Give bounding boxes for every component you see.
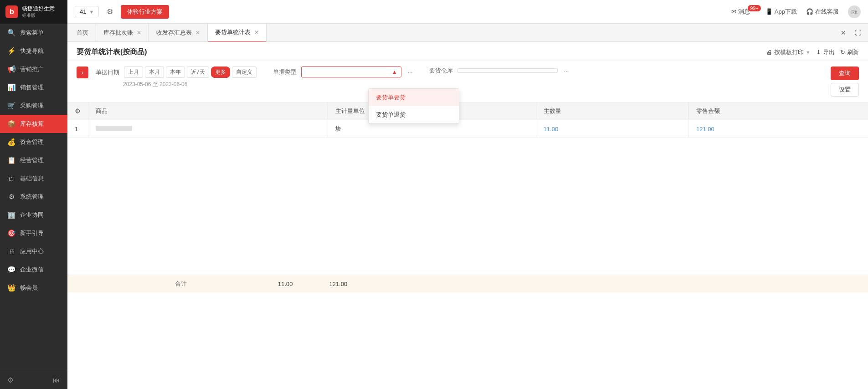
filter-date-row: 单据日期 上月 本月 本年 近7天 更多 自定义: [96, 67, 257, 78]
more-filter-btn[interactable]: ···: [408, 69, 413, 76]
type-select[interactable]: ▲: [301, 67, 401, 77]
sidebar-item-label: 销售管理: [20, 83, 44, 92]
sidebar-item-system[interactable]: ⚙ 系统管理: [0, 188, 67, 206]
tab-home-label: 首页: [77, 29, 88, 37]
user-avatar-btn[interactable]: Rit: [848, 5, 861, 18]
tab-order-stats-close[interactable]: ✕: [254, 29, 259, 36]
filter-action-btns: 查询 设置: [831, 67, 859, 97]
sidebar-item-shortcut[interactable]: ⚡ 快捷导航: [0, 42, 67, 60]
store-selector[interactable]: 41 ▼: [75, 6, 99, 17]
warehouse-more-btn[interactable]: ···: [564, 67, 569, 74]
sidebar-item-member[interactable]: 👑 畅会员: [0, 279, 67, 297]
settings-icon[interactable]: ⚙: [7, 376, 14, 384]
tab-summary[interactable]: 收发存汇总表 ✕: [149, 24, 208, 42]
row-amount: 121.00: [688, 120, 868, 138]
last-7-days-btn[interactable]: 近7天: [187, 67, 209, 78]
sidebar-item-label: 快捷导航: [20, 47, 44, 55]
online-service-btn[interactable]: 🎧 在线客服: [806, 8, 839, 16]
sidebar-item-label: 搜索菜单: [20, 29, 44, 37]
warehouse-select[interactable]: [457, 68, 558, 73]
tab-batch-close[interactable]: ✕: [137, 30, 141, 36]
date-range-row: 2023-05-06 至 2023-06-06: [96, 81, 257, 88]
app-download-label: App下载: [775, 8, 797, 16]
topbar-right: ✉ 消息 99+ 📱 App下载 🎧 在线客服 Rit: [731, 5, 861, 18]
tab-order-stats[interactable]: 要货单统计表 ✕: [208, 24, 267, 42]
this-year-btn[interactable]: 本年: [166, 67, 185, 78]
sidebar-item-label: 新手引导: [20, 229, 44, 237]
sidebar-item-appstore[interactable]: 🖥 应用中心: [0, 242, 67, 261]
appstore-icon: 🖥: [7, 247, 15, 256]
shortcut-icon: ⚡: [7, 47, 15, 55]
topbar-settings-btn[interactable]: ⚙: [103, 5, 116, 18]
filter-toggle-btn[interactable]: ›: [77, 67, 88, 78]
this-month-btn[interactable]: 本月: [145, 67, 164, 78]
query-button[interactable]: 查询: [831, 67, 859, 80]
page-header: 要货单统计表(按商品) 🖨 按模板打印 ▼ ⬇ 导出 ↻ 刷新: [67, 42, 868, 61]
sidebar-item-sales[interactable]: 📊 销售管理: [0, 78, 67, 97]
table-section: ⚙ 商品 主计量单位 主数量 零售金额 1: [67, 102, 868, 138]
sidebar-item-label: 资金管理: [20, 138, 44, 146]
collapse-icon[interactable]: ⏮: [53, 376, 60, 384]
marketing-icon: 📢: [7, 65, 15, 73]
dropdown-item-return[interactable]: 要货单退货: [369, 106, 459, 123]
print-label: 按模板打印: [774, 48, 804, 56]
sales-icon: 📊: [7, 83, 15, 92]
tab-batch[interactable]: 库存批次账 ✕: [96, 24, 149, 42]
app-download-btn[interactable]: 📱 App下载: [765, 8, 797, 16]
print-btn[interactable]: 🖨 按模板打印 ▼: [766, 48, 811, 56]
message-icon: ✉: [731, 8, 736, 15]
filter-warehouse-group: 要货仓库 ···: [429, 67, 569, 75]
basics-icon: 🗂: [7, 174, 15, 183]
row-product: [88, 120, 328, 138]
sidebar-item-finance[interactable]: 💰 资金管理: [0, 133, 67, 151]
tab-order-stats-label: 要货单统计表: [215, 28, 251, 36]
last-month-btn[interactable]: 上月: [124, 67, 143, 78]
sidebar-item-basics[interactable]: 🗂 基础信息: [0, 169, 67, 188]
sidebar-item-wechat[interactable]: 💬 企业微信: [0, 261, 67, 279]
sidebar-item-guide[interactable]: 🎯 新手引导: [0, 224, 67, 242]
content-area: 要货单统计表(按商品) 🖨 按模板打印 ▼ ⬇ 导出 ↻ 刷新: [67, 42, 868, 389]
table-row: 1 块 11.00 121.00: [67, 120, 868, 138]
export-btn[interactable]: ⬇ 导出: [816, 48, 835, 56]
refresh-btn[interactable]: ↻ 刷新: [840, 48, 859, 56]
date-range: 2023-05-06 至 2023-06-06: [123, 81, 187, 88]
filter-bar: › 单据日期 上月 本月 本年 近7天 更多 自定义: [67, 61, 868, 102]
messages-btn[interactable]: ✉ 消息 99+: [731, 8, 756, 16]
main-area: 41 ▼ ⚙ 体验行业方案 ✉ 消息 99+ 📱 App下载 🎧 在线客服: [67, 0, 868, 389]
tab-close-all-btn[interactable]: ✕: [837, 26, 850, 39]
col-settings: ⚙: [67, 102, 88, 120]
topbar: 41 ▼ ⚙ 体验行业方案 ✉ 消息 99+ 📱 App下载 🎧 在线客服: [67, 0, 868, 24]
inventory-icon: 📦: [7, 120, 15, 128]
sidebar-item-enterprise[interactable]: 🏢 企业协同: [0, 206, 67, 224]
sidebar-item-label: 系统管理: [20, 193, 44, 201]
phone-icon: 📱: [765, 8, 773, 15]
sidebar-item-marketing[interactable]: 📢 营销推广: [0, 60, 67, 78]
dropdown-item-order[interactable]: 要货单要货: [369, 89, 459, 106]
sidebar-item-label: 经营管理: [20, 156, 44, 164]
custom-btn[interactable]: 自定义: [232, 67, 257, 78]
page-actions: 🖨 按模板打印 ▼ ⬇ 导出 ↻ 刷新: [766, 48, 859, 56]
sidebar-bottom: ⚙ ⏮: [0, 371, 67, 389]
store-dropdown-icon: ▼: [89, 9, 94, 15]
sidebar-item-purchase[interactable]: 🛒 采购管理: [0, 97, 67, 115]
sidebar-nav: ⚡ 快捷导航 📢 营销推广 📊 销售管理 🛒 采购管理 📦 库存核算 💰 资金管…: [0, 42, 67, 371]
sidebar-item-inventory[interactable]: 📦 库存核算: [0, 115, 67, 133]
search-icon: 🔍: [7, 29, 15, 37]
print-dropdown-icon: ▼: [806, 50, 811, 55]
tab-summary-close[interactable]: ✕: [195, 30, 200, 36]
sidebar-item-operations[interactable]: 📋 经营管理: [0, 151, 67, 169]
col-settings-icon[interactable]: ⚙: [75, 107, 81, 115]
sidebar-item-label: 应用中心: [20, 247, 44, 256]
page: 要货单统计表(按商品) 🖨 按模板打印 ▼ ⬇ 导出 ↻ 刷新: [67, 42, 868, 389]
tabbar: 首页 库存批次账 ✕ 收发存汇总表 ✕ 要货单统计表 ✕ ✕ ⛶: [67, 24, 868, 42]
tab-home[interactable]: 首页: [67, 24, 96, 42]
headset-icon: 🎧: [806, 8, 813, 15]
finance-icon: 💰: [7, 138, 15, 146]
trial-button[interactable]: 体验行业方案: [121, 5, 169, 19]
tab-expand-btn[interactable]: ⛶: [852, 26, 864, 39]
more-btn[interactable]: 更多: [211, 67, 230, 78]
type-label: 单据类型: [273, 68, 297, 76]
settings-button[interactable]: 设置: [831, 83, 859, 97]
sidebar-item-search[interactable]: 🔍 搜索菜单: [0, 24, 67, 42]
avatar: Rit: [848, 5, 861, 18]
